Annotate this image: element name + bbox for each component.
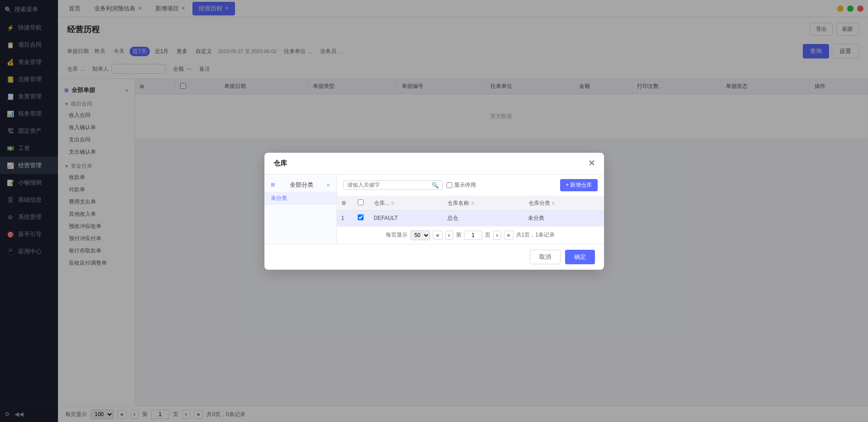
modal-row-category: 未分类 (523, 210, 604, 226)
modal-table: ⚙ 仓库... ⇅ 仓库名称 ⇅ (337, 196, 604, 226)
modal-page-label: 第 (456, 231, 461, 239)
modal-th-code: 仓库... ⇅ (369, 196, 443, 211)
modal-row-num: 1 (337, 210, 353, 226)
modal-page-input[interactable] (464, 231, 482, 240)
modal-th-name: 仓库名称 ⇅ (443, 196, 523, 211)
modal-overlay: 仓库 ✕ ⊞ 全部分类 « 未分类 🔍 (0, 0, 868, 422)
modal-row-code: DEFAULT (369, 210, 443, 226)
show-disabled-label[interactable]: 显示停用 (446, 181, 476, 189)
modal-right-panel: 🔍 显示停用 + 新增仓库 ⚙ (337, 175, 604, 244)
modal-select-all[interactable] (358, 199, 364, 205)
modal-pagination: 每页显示 50 « ‹ 第 页 › » 共1页，1条记录 (337, 226, 604, 244)
sort-name-icon[interactable]: ⇅ (471, 201, 475, 206)
modal-table-row[interactable]: 1 DEFAULT 总仓 未分类 (337, 210, 604, 226)
modal-prev-btn[interactable]: ‹ (445, 231, 453, 240)
modal-body: ⊞ 全部分类 « 未分类 🔍 显示停用 (264, 175, 604, 244)
modal-search-icon: 🔍 (432, 182, 439, 189)
modal-th-category: 仓库分类 ⇅ (523, 196, 604, 211)
modal-last-btn[interactable]: » (504, 231, 513, 240)
modal-per-page-select[interactable]: 50 (410, 230, 430, 240)
modal-footer: 取消 确定 (264, 244, 604, 270)
modal-page-suffix: 页 (485, 231, 490, 239)
modal-toolbar: 🔍 显示停用 + 新增仓库 (337, 175, 604, 196)
modal-th-checkbox[interactable] (353, 196, 369, 211)
modal-row-name: 总仓 (443, 210, 523, 226)
modal-th-settings[interactable]: ⚙ (337, 196, 353, 211)
warehouse-modal: 仓库 ✕ ⊞ 全部分类 « 未分类 🔍 (264, 153, 604, 270)
modal-per-page-label: 每页显示 (386, 231, 408, 239)
sort-cat-icon[interactable]: ⇅ (551, 201, 555, 206)
modal-next-btn[interactable]: › (493, 231, 501, 240)
modal-left-header[interactable]: ⊞ 全部分类 « (264, 178, 336, 192)
modal-left-panel: ⊞ 全部分类 « 未分类 (264, 175, 337, 244)
confirm-button[interactable]: 确定 (565, 250, 595, 264)
modal-header: 仓库 ✕ (264, 153, 604, 175)
modal-total-text: 共1页，1条记录 (516, 231, 555, 239)
sort-code-icon[interactable]: ⇅ (391, 201, 394, 206)
modal-collapse-icon[interactable]: « (327, 182, 330, 188)
show-disabled-checkbox[interactable] (446, 182, 452, 188)
modal-row-checkbox[interactable] (353, 210, 369, 226)
add-warehouse-button[interactable]: + 新增仓库 (560, 179, 597, 191)
modal-close-icon[interactable]: ✕ (588, 159, 595, 167)
modal-first-btn[interactable]: « (433, 231, 442, 240)
modal-title: 仓库 (273, 159, 287, 168)
modal-cat-item-uncategorized[interactable]: 未分类 (264, 192, 336, 205)
modal-search-input[interactable] (347, 182, 432, 188)
cancel-button[interactable]: 取消 (530, 250, 561, 264)
modal-table-wrap: ⚙ 仓库... ⇅ 仓库名称 ⇅ (337, 196, 604, 226)
